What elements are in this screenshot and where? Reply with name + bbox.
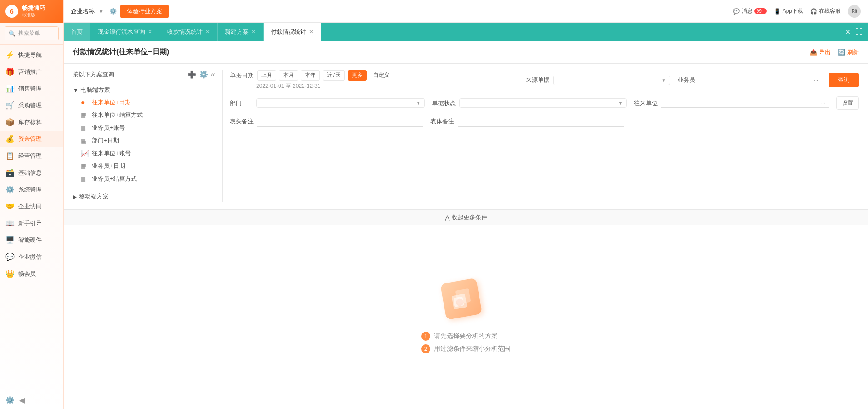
refresh-button[interactable]: 🔄 刷新 — [838, 48, 859, 56]
desktop-group-arrow: ▼ — [73, 87, 79, 94]
scheme-icon-partner-date: ● — [81, 99, 89, 106]
date-label: 单据日期 — [230, 71, 254, 80]
filter-source-doc-field: 来源单据 ▼ — [526, 76, 670, 85]
filter-right: 单据日期 上月 本月 本年 近7天 更多 自定义 2022-01-0 — [230, 70, 859, 202]
sidebar-item-enterprise[interactable]: 🤝 企业协同 — [0, 198, 63, 215]
user-avatar[interactable]: Rit — [848, 5, 861, 18]
scheme-actions: ➕ ⚙️ « — [187, 70, 215, 79]
tab-close-receivable-stats[interactable]: ✕ — [205, 29, 210, 35]
partner-label: 往来单位 — [634, 99, 658, 107]
page-header-actions: 📤 导出 🔄 刷新 — [810, 48, 859, 56]
empty-hint-2: 2 用过滤条件来缩小分析范围 — [421, 344, 510, 353]
app-download-button[interactable]: 📱 App下载 — [774, 7, 803, 15]
dept-select[interactable]: ▼ — [256, 98, 425, 108]
sidebar-item-guide[interactable]: 📖 新手引导 — [0, 215, 63, 232]
desktop-group-title[interactable]: ▼ 电脑端方案 — [73, 84, 215, 96]
scheme-icon-dept-date: ▦ — [81, 137, 89, 144]
date-btn-custom[interactable]: 自定义 — [369, 71, 393, 80]
date-btn-this-year[interactable]: 本年 — [301, 70, 320, 81]
sidebar-item-sales[interactable]: 📊 销售管理 — [0, 80, 63, 97]
collapse-sidebar-icon[interactable]: ◀ — [19, 396, 25, 404]
guide-icon: 📖 — [5, 219, 15, 227]
company-dropdown-icon[interactable]: ▼ — [98, 8, 104, 15]
tab-close-payment-stats[interactable]: ✕ — [309, 29, 314, 35]
filter-salesman-field: 业务员 ··· — [678, 76, 822, 85]
source-doc-select[interactable]: ▼ — [553, 76, 670, 85]
export-icon: 📤 — [810, 49, 817, 56]
date-btn-this-month[interactable]: 本月 — [279, 70, 298, 81]
basic-icon: 🗃️ — [5, 168, 15, 177]
source-doc-label: 来源单据 — [526, 76, 549, 84]
collapse-more-button[interactable]: ⋀ 收起更多条件 — [445, 213, 487, 222]
notifications-button[interactable]: 💬 消息 99+ — [733, 7, 767, 15]
salesman-more-icon[interactable]: ··· — [814, 77, 818, 83]
export-button[interactable]: 📤 导出 — [810, 48, 831, 56]
sidebar-item-wechat[interactable]: 💬 企业微信 — [0, 248, 63, 265]
tab-close-new-scheme[interactable]: ✕ — [251, 29, 256, 35]
scheme-partner-settle[interactable]: ▦ 往来单位+结算方式 — [77, 109, 215, 121]
notification-icon: 💬 — [733, 8, 740, 15]
date-btn-last-month[interactable]: 上月 — [257, 70, 276, 81]
trial-button[interactable]: 体验行业方案 — [120, 5, 169, 18]
doc-status-select[interactable]: ▼ — [459, 98, 627, 108]
header-note-label: 表头备注 — [230, 117, 254, 126]
query-button[interactable]: 查询 — [829, 73, 859, 87]
tab-payment-stats[interactable]: 付款情况统计 ✕ — [264, 23, 321, 41]
collapse-scheme-icon[interactable]: « — [211, 71, 215, 79]
vip-icon: 👑 — [5, 269, 15, 278]
tab-bank-flow[interactable]: 现金银行流水查询 ✕ — [90, 23, 160, 41]
mobile-group-title[interactable]: ▶ 移动端方案 — [73, 191, 215, 202]
tab-home[interactable]: 首页 — [64, 23, 90, 41]
settings-icon[interactable]: ⚙️ — [110, 8, 117, 15]
sidebar-item-quick-nav[interactable]: ⚡ 快捷导航 — [0, 46, 63, 63]
sidebar-item-basic[interactable]: 🗃️ 基础信息 — [0, 164, 63, 181]
sidebar-item-purchase[interactable]: 🛒 采购管理 — [0, 97, 63, 114]
sidebar-item-inventory[interactable]: 📦 库存核算 — [0, 114, 63, 131]
scheme-partner-account[interactable]: 📈 往来单位+账号 — [77, 147, 215, 160]
scheme-salesman-account[interactable]: ▦ 业务员+账号 — [77, 121, 215, 134]
tab-new-scheme[interactable]: 新建方案 ✕ — [218, 23, 264, 41]
filter-date-field: 单据日期 上月 本月 本年 近7天 更多 自定义 2022-01-0 — [230, 70, 519, 90]
partner-select[interactable]: ··· — [661, 98, 829, 108]
sidebar-item-fund[interactable]: 💰 资金管理 — [0, 131, 63, 147]
tab-receivable-stats[interactable]: 收款情况统计 ✕ — [160, 23, 218, 41]
sidebar-item-system[interactable]: ⚙️ 系统管理 — [0, 181, 63, 198]
empty-hints: 1 请先选择要分析的方案 2 用过滤条件来缩小分析范围 — [421, 332, 510, 353]
settings-button[interactable]: 设置 — [836, 96, 859, 110]
sidebar-item-operation[interactable]: 📋 经营管理 — [0, 147, 63, 164]
date-btn-7days[interactable]: 近7天 — [323, 70, 345, 81]
body-note-input[interactable] — [458, 116, 624, 127]
scheme-settings-icon[interactable]: ⚙️ — [199, 70, 208, 79]
tab-close-all-icon[interactable]: ✕ — [845, 28, 851, 36]
sidebar-item-vip[interactable]: 👑 畅会员 — [0, 265, 63, 282]
salesman-select[interactable]: ··· — [704, 76, 822, 85]
customer-service-button[interactable]: 🎧 在线客服 — [810, 7, 841, 15]
top-bar: 企业名称 ▼ ⚙️ 体验行业方案 💬 消息 99+ 📱 App下载 🎧 在线客服… — [64, 0, 868, 23]
scheme-panel-header: 按以下方案查询 ➕ ⚙️ « — [73, 70, 215, 79]
search-icon: 🔍 — [9, 30, 15, 37]
search-menu-button[interactable]: 🔍 搜索菜单 — [5, 26, 59, 40]
page-content: 付款情况统计(往来单位+日期) 📤 导出 🔄 刷新 按以下方案查询 ➕ — [64, 41, 868, 409]
partner-more-icon[interactable]: ··· — [821, 100, 825, 106]
scheme-dept-date[interactable]: ▦ 部门+日期 — [77, 134, 215, 147]
dept-dropdown-icon: ▼ — [416, 101, 421, 106]
settings-footer-icon[interactable]: ⚙️ — [5, 396, 15, 404]
tab-close-bank-flow[interactable]: ✕ — [148, 29, 152, 35]
sidebar-footer: ⚙️ ◀ — [0, 391, 63, 409]
scheme-partner-date[interactable]: ● 往来单位+日期 — [77, 96, 215, 109]
logo-icon: 6 — [5, 5, 18, 18]
tab-maximize-icon[interactable]: ⛶ — [855, 28, 863, 36]
scheme-salesman-settle[interactable]: ▦ 业务员+结算方式 — [77, 172, 215, 185]
header-note-input[interactable] — [257, 116, 423, 127]
mobile-scheme-group: ▶ 移动端方案 — [73, 191, 215, 202]
scheme-panel: 按以下方案查询 ➕ ⚙️ « ▼ 电脑端方案 ● — [73, 70, 223, 202]
scheme-salesman-date[interactable]: ▦ 业务员+日期 — [77, 160, 215, 172]
add-scheme-icon[interactable]: ➕ — [187, 70, 196, 79]
body-note-label: 表体备注 — [430, 117, 454, 126]
empty-hint-1: 1 请先选择要分析的方案 — [421, 332, 510, 341]
notification-badge: 99+ — [754, 8, 767, 14]
purchase-icon: 🛒 — [5, 101, 15, 110]
date-btn-more[interactable]: 更多 — [348, 70, 367, 81]
sidebar-item-marketing[interactable]: 🎁 营销推广 — [0, 63, 63, 80]
sidebar-item-hardware[interactable]: 🖥️ 智能硬件 — [0, 232, 63, 248]
